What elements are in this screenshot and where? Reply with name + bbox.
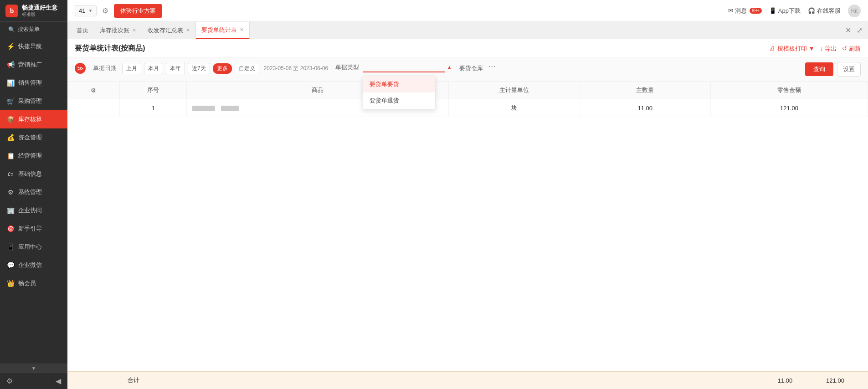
- trial-button[interactable]: 体验行业方案: [114, 4, 162, 18]
- sidebar-item-appstore[interactable]: 📱应用中心: [0, 238, 67, 256]
- dropdown-option-order-return[interactable]: 要货单退货: [363, 92, 435, 109]
- table-header-row: ⚙ 序号 商品 主计量单位 主数量 零售金额: [67, 82, 868, 99]
- export-button[interactable]: ↓ 导出: [820, 45, 837, 53]
- search-menu-label: 搜索菜单: [18, 26, 40, 33]
- type-filter-select: ▲: [363, 62, 452, 72]
- filter-actions: 查询 设置: [805, 62, 861, 77]
- type-dropdown: 要货单要货要货单退货: [363, 76, 436, 109]
- search-menu[interactable]: 🔍 搜索菜单: [0, 22, 67, 37]
- tabs-controls: ✕ ⤢: [843, 24, 868, 36]
- row-unit: 块: [449, 99, 580, 117]
- member-icon: 👑: [6, 279, 15, 287]
- tab-order-stats[interactable]: 要货单统计表✕: [196, 22, 250, 39]
- finance-icon: 💰: [6, 133, 15, 142]
- sidebar-item-wechat[interactable]: 💬企业微信: [0, 256, 67, 274]
- collapse-icon[interactable]: ◀: [56, 377, 61, 385]
- tab-close-button[interactable]: ✕: [240, 27, 244, 33]
- sales-icon: 📊: [6, 79, 15, 87]
- sidebar-item-enterprise[interactable]: 🏢企业协同: [0, 201, 67, 220]
- product-name-bar1: [192, 106, 215, 111]
- last-month-button[interactable]: 上月: [122, 63, 141, 74]
- tab-close-button[interactable]: ✕: [186, 27, 190, 33]
- sidebar-scroll-down[interactable]: ▼: [0, 363, 67, 373]
- sidebar-item-label: 库存核算: [18, 115, 42, 123]
- header-right: ✉ 消息 99+ 📱 App下载 🎧 在线客服 Rit: [728, 5, 861, 17]
- print-template-button[interactable]: 🖨 按模板打印 ▼: [770, 45, 815, 53]
- online-service-button[interactable]: 🎧 在线客服: [808, 7, 841, 15]
- filter-bar: ≫ 单据日期 上月 本月 本年 近7天 更多 自定义 2023-05-06 至 …: [67, 57, 868, 82]
- warehouse-more-icon[interactable]: ⋯: [488, 62, 496, 71]
- expand-window-button[interactable]: ⤢: [855, 24, 864, 36]
- app-download-button[interactable]: 📱 App下载: [769, 7, 801, 15]
- type-select-input[interactable]: [363, 62, 445, 72]
- col-num-header: 序号: [120, 82, 187, 99]
- refresh-button[interactable]: ↺ 刷新: [842, 45, 861, 53]
- expand-filter-button[interactable]: ≫: [75, 63, 86, 74]
- more-dates-button[interactable]: 更多: [213, 63, 232, 74]
- user-avatar[interactable]: Rit: [848, 5, 861, 17]
- sidebar-item-sales[interactable]: 📊销售管理: [0, 74, 67, 92]
- col-settings-header[interactable]: ⚙: [67, 82, 120, 99]
- type-select-arrow-up[interactable]: ▲: [447, 64, 452, 71]
- system-icon: ⚙: [6, 188, 15, 196]
- page-title: 要货单统计表(按商品): [75, 44, 145, 53]
- close-all-tabs-button[interactable]: ✕: [843, 24, 853, 36]
- page-content: 要货单统计表(按商品) 🖨 按模板打印 ▼ ↓ 导出 ↺ 刷新 ≫: [67, 39, 868, 389]
- message-icon: ✉: [728, 7, 733, 14]
- sidebar-item-operations[interactable]: 📋经营管理: [0, 147, 67, 165]
- service-icon: 🎧: [808, 7, 815, 14]
- product-name-bar2: [221, 106, 239, 111]
- base-icon: 🗂: [6, 170, 15, 178]
- header-settings-icon[interactable]: ⚙: [102, 6, 108, 15]
- table-wrapper: ⚙ 序号 商品 主计量单位 主数量 零售金额 1 块 11.00 121.00: [67, 82, 868, 371]
- tab-inventory-batch[interactable]: 库存批次账✕: [94, 22, 142, 39]
- row-settings[interactable]: [67, 99, 120, 117]
- sidebar-item-finance[interactable]: 💰资金管理: [0, 128, 67, 147]
- settings-icon[interactable]: ⚙: [6, 377, 13, 385]
- filter-settings-button[interactable]: 设置: [837, 62, 861, 77]
- table-head: ⚙ 序号 商品 主计量单位 主数量 零售金额: [67, 82, 868, 99]
- chevron-down-icon: ▼: [809, 45, 815, 52]
- search-icon: 🔍: [8, 26, 15, 33]
- type-filter-wrapper: 单据类型 ▲ 要货单要货要货单退货: [335, 62, 452, 72]
- sidebar: b 畅捷通好生意 标准版 🔍 搜索菜单 ⚡快捷导航📢营销推广📊销售管理🛒采购管理…: [0, 0, 67, 389]
- col-qty-header: 主数量: [580, 82, 710, 99]
- custom-date-button[interactable]: 自定义: [235, 63, 259, 74]
- sidebar-item-member[interactable]: 👑畅会员: [0, 274, 67, 292]
- sidebar-item-label: 系统管理: [18, 188, 42, 196]
- company-selector[interactable]: 41 ▼: [75, 5, 97, 16]
- row-qty: 11.00: [580, 99, 710, 117]
- quick-nav-icon: ⚡: [6, 42, 15, 51]
- tab-label: 首页: [77, 26, 88, 35]
- footer-qty: 11.00: [762, 377, 808, 384]
- app-logo-text: 畅捷通好生意 标准版: [22, 4, 57, 18]
- query-button[interactable]: 查询: [805, 62, 833, 76]
- tab-close-button[interactable]: ✕: [132, 27, 136, 33]
- this-month-button[interactable]: 本月: [144, 63, 163, 74]
- messages-badge: 99+: [750, 8, 762, 14]
- sidebar-item-quick-nav[interactable]: ⚡快捷导航: [0, 37, 67, 56]
- date-options: 上月 本月 本年 近7天 更多 自定义 2023-05-06 至 2023-06…: [122, 62, 328, 75]
- warehouse-label: 要货仓库: [459, 62, 483, 75]
- sidebar-nav: ⚡快捷导航📢营销推广📊销售管理🛒采购管理📦库存核算💰资金管理📋经营管理🗂基础信息…: [0, 37, 67, 363]
- sidebar-item-purchase[interactable]: 🛒采购管理: [0, 92, 67, 110]
- type-filter-label: 单据类型: [335, 63, 359, 72]
- table-footer: 合计 11.00 121.00: [67, 371, 868, 389]
- tab-receivable-summary[interactable]: 收发存汇总表✕: [142, 22, 196, 39]
- download-icon: 📱: [769, 7, 776, 14]
- sidebar-item-inventory[interactable]: 📦库存核算: [0, 110, 67, 128]
- sidebar-item-label: 销售管理: [18, 79, 42, 87]
- sidebar-item-system[interactable]: ⚙系统管理: [0, 183, 67, 201]
- date-filter-group: 单据日期 上月 本月 本年 近7天 更多 自定义 2023-05-06 至 20…: [93, 62, 328, 75]
- sidebar-item-label: 畅会员: [18, 279, 36, 287]
- last-7days-button[interactable]: 近7天: [188, 63, 210, 74]
- sidebar-item-base[interactable]: 🗂基础信息: [0, 165, 67, 183]
- dropdown-option-order-goods[interactable]: 要货单要货: [363, 76, 435, 92]
- tab-home[interactable]: 首页: [71, 22, 94, 39]
- messages-button[interactable]: ✉ 消息 99+: [728, 7, 762, 15]
- sidebar-item-guide[interactable]: 🎯新手引导: [0, 220, 67, 238]
- row-num: 1: [120, 99, 187, 117]
- tab-label: 收发存汇总表: [148, 26, 183, 35]
- this-year-button[interactable]: 本年: [166, 63, 185, 74]
- sidebar-item-marketing[interactable]: 📢营销推广: [0, 56, 67, 74]
